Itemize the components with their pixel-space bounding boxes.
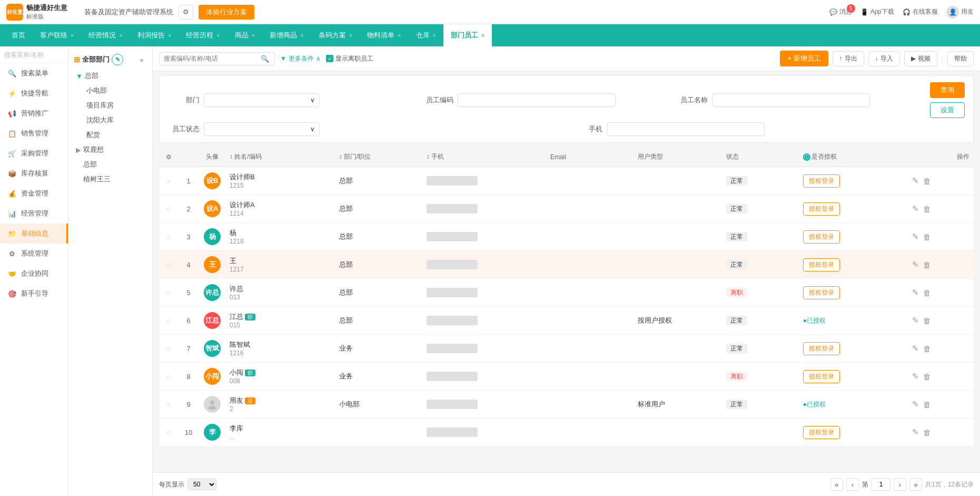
delete-btn[interactable]: 🗑 — [923, 400, 931, 409]
row-gear[interactable]: ○ — [159, 223, 178, 251]
dept-item-peihuo[interactable]: 配货 — [72, 128, 152, 142]
filter-setting-btn[interactable]: 设置 — [930, 102, 965, 118]
close-tab-icon[interactable]: × — [71, 32, 74, 38]
employee-name-input[interactable] — [712, 93, 870, 107]
page-size-select[interactable]: 50 100 — [187, 479, 216, 490]
th-name[interactable]: ↕ 姓名/编码 — [225, 147, 335, 167]
auth-btn[interactable]: 授权登录 — [803, 174, 840, 188]
close-tab-icon[interactable]: × — [168, 32, 171, 38]
nav-tab-首页[interactable]: 首页 — [4, 24, 33, 46]
delete-btn[interactable]: 🗑 — [923, 316, 931, 325]
edit-btn[interactable]: ✎ — [912, 427, 919, 437]
auth-btn[interactable]: 授权登录 — [803, 286, 840, 299]
next-page-btn[interactable]: › — [894, 478, 906, 491]
sidebar-item-快捷导航[interactable]: ⚡ 快捷导航 — [0, 83, 68, 103]
row-gear[interactable]: ○ — [159, 167, 178, 195]
sidebar-item-营销推广[interactable]: 📢 营销推广 — [0, 103, 68, 123]
close-tab-icon[interactable]: × — [252, 32, 255, 38]
settings-icon[interactable]: ⚙ — [179, 5, 193, 20]
close-tab-icon[interactable]: × — [398, 32, 401, 38]
sidebar-item-销售管理[interactable]: 📋 销售管理 — [0, 123, 68, 143]
edit-btn[interactable]: ✎ — [912, 316, 919, 325]
view-btn[interactable]: ▶ 视频 — [904, 51, 937, 66]
th-dept[interactable]: ↕ 部门/职位 — [335, 147, 422, 167]
nav-tab-部门员工[interactable]: 部门员工× — [443, 24, 492, 46]
sidebar-item-企业协同[interactable]: 🤝 企业协同 — [0, 264, 68, 284]
row-gear[interactable]: ○ — [159, 391, 178, 419]
delete-btn[interactable]: 🗑 — [923, 344, 931, 353]
nav-tab-仓库[interactable]: 仓库× — [409, 24, 443, 46]
online-service-btn[interactable]: 🎧 在线客服 — [903, 7, 938, 16]
employee-status-select[interactable]: ∨ — [204, 122, 320, 136]
row-gear[interactable]: ○ — [159, 307, 178, 335]
auth-btn[interactable]: 授权登录 — [803, 258, 840, 271]
search-input[interactable] — [164, 55, 259, 62]
delete-btn[interactable]: 🗑 — [923, 177, 931, 186]
export-btn[interactable]: ↑ 导出 — [833, 51, 864, 66]
dept-collapse-btn[interactable]: « — [136, 54, 147, 65]
close-tab-icon[interactable]: × — [300, 32, 303, 38]
sidebar-item-搜索菜单[interactable]: 🔍 搜索菜单 — [0, 63, 68, 83]
sidebar-search-input[interactable] — [4, 51, 68, 59]
sidebar-item-采购管理[interactable]: 🛒 采购管理 — [0, 143, 68, 163]
delete-btn[interactable]: 🗑 — [923, 288, 931, 297]
close-tab-icon[interactable]: × — [481, 32, 484, 38]
sidebar-item-基础信息[interactable]: 📁 基础信息 — [0, 223, 68, 244]
dept-edit-btn[interactable]: ✎ — [112, 54, 123, 65]
close-tab-icon[interactable]: × — [119, 32, 122, 38]
phone-filter-input[interactable] — [607, 122, 765, 136]
row-gear[interactable]: ○ — [159, 419, 178, 446]
delete-btn[interactable]: 🗑 — [923, 260, 931, 269]
prev-page-btn[interactable]: ‹ — [846, 478, 859, 491]
app-download-btn[interactable]: 📱 App下载 — [860, 7, 894, 16]
nav-tab-条码方案[interactable]: 条码方案× — [311, 24, 360, 46]
page-input[interactable] — [872, 478, 890, 491]
help-btn[interactable]: 帮助 — [947, 51, 974, 66]
nav-tab-新增商品[interactable]: 新增商品× — [262, 24, 311, 46]
close-tab-icon[interactable]: × — [349, 32, 352, 38]
dept-item-xiangmuku[interactable]: 项目库房 — [72, 98, 152, 113]
dept-filter-select[interactable]: ∨ — [204, 93, 320, 107]
nav-tab-客户联络[interactable]: 客户联络× — [33, 24, 81, 46]
nav-tab-商品[interactable]: 商品× — [227, 24, 262, 46]
th-gear[interactable]: ⚙ — [159, 147, 178, 167]
add-employee-btn[interactable]: + 新增员工 — [780, 51, 828, 66]
sidebar-item-系统管理[interactable]: ⚙ 系统管理 — [0, 244, 68, 264]
delete-btn[interactable]: 🗑 — [923, 205, 931, 213]
nav-tab-物料清单[interactable]: 物料清单× — [360, 24, 408, 46]
sidebar-item-新手引导[interactable]: 🎯 新手引导 — [0, 284, 68, 304]
edit-btn[interactable]: ✎ — [912, 176, 919, 186]
last-page-btn[interactable]: » — [909, 478, 922, 491]
th-phone[interactable]: ↕ 手机 — [422, 147, 546, 167]
dept-item-shuanglu[interactable]: ▶ 双鹿想 — [72, 142, 152, 157]
row-gear[interactable]: ○ — [159, 195, 178, 223]
nav-tab-利润报告[interactable]: 利润报告× — [130, 24, 179, 46]
nav-tab-经营历程[interactable]: 经营历程× — [179, 24, 227, 46]
close-tab-icon[interactable]: × — [216, 32, 220, 38]
import-btn[interactable]: ↓ 导入 — [868, 51, 900, 66]
sidebar-search[interactable]: 🔍 — [0, 46, 68, 63]
row-gear[interactable]: ○ — [159, 363, 178, 391]
edit-btn[interactable]: ✎ — [912, 372, 919, 381]
row-gear[interactable]: ○ — [159, 335, 178, 363]
search-submit-icon[interactable]: 🔍 — [261, 55, 269, 63]
edit-btn[interactable]: ✎ — [912, 260, 919, 269]
row-gear[interactable]: ○ — [159, 279, 178, 307]
row-gear[interactable]: ○ — [159, 251, 178, 279]
dept-item-zhishu[interactable]: 植树王三 — [72, 172, 152, 187]
edit-btn[interactable]: ✎ — [912, 344, 919, 353]
search-input-wrap[interactable]: 🔍 — [159, 52, 275, 65]
close-tab-icon[interactable]: × — [433, 32, 436, 38]
sidebar-item-资金管理[interactable]: 💰 资金管理 — [0, 183, 68, 203]
dept-item-zongbu2[interactable]: 总部 — [72, 157, 152, 172]
edit-btn[interactable]: ✎ — [912, 232, 919, 241]
try-industry-btn[interactable]: 体验行业方案 — [199, 5, 254, 20]
auth-btn[interactable]: 授权登录 — [803, 426, 840, 439]
sidebar-item-库存核算[interactable]: 📦 库存核算 — [0, 163, 68, 183]
delete-btn[interactable]: 🗑 — [923, 428, 931, 437]
show-inactive-toggle[interactable]: ✓ 显示离职员工 — [326, 54, 373, 63]
dept-item-xiaodian[interactable]: 小电部 — [72, 83, 152, 98]
edit-btn[interactable]: ✎ — [912, 400, 919, 409]
dept-item-zongbu-parent[interactable]: ▼ 总部 — [72, 69, 152, 83]
dept-item-shenyang[interactable]: 沈阳大库 — [72, 113, 152, 128]
